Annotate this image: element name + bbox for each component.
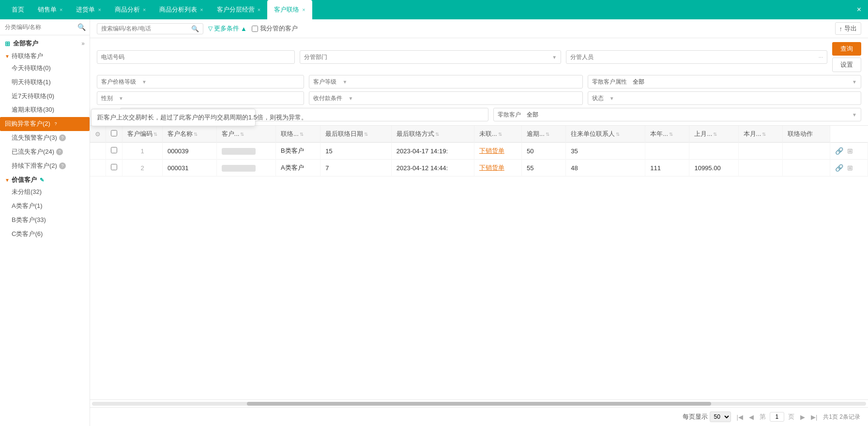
price-level-field[interactable]: 客户价格等级 ▼ <box>97 75 304 88</box>
overdue-sort-icon: ⇅ <box>546 132 549 137</box>
prev-page-button[interactable]: ◀ <box>747 413 756 421</box>
row-checkbox-cell[interactable] <box>106 160 122 176</box>
row-grid-icon[interactable]: ⊞ <box>847 164 853 172</box>
customer-table: ⚙ 客户编码⇅ 客户名称⇅ 客户...⇅ 联络...⇅ 最后联络日期⇅ 最后联络… <box>90 126 868 176</box>
my-customer-checkbox-area[interactable]: 我分管的客户 <box>252 24 298 33</box>
customer-level-field[interactable]: 客户等级 ▼ <box>309 75 582 88</box>
sidebar-search-icon[interactable]: 🔍 <box>77 23 86 31</box>
sidebar-item-declining[interactable]: 持续下滑客户(2) ? <box>0 159 90 173</box>
sidebar-item-lost[interactable]: 已流失客户(24) ? <box>0 145 90 159</box>
sidebar-item-anomaly[interactable]: 回购异常客户(2) ? <box>0 117 90 131</box>
retail-attr-field[interactable]: 零散客户属性 全部 ▼ <box>588 75 861 88</box>
row-last-method[interactable]: 下销货单 <box>474 143 521 160</box>
close-customer-layer-icon[interactable]: × <box>258 7 260 13</box>
anomaly-help-icon[interactable]: ? <box>52 121 59 128</box>
sidebar-item-today-pending[interactable]: 今天待联络(0) <box>0 61 90 75</box>
value-group-title[interactable]: ▼ 价值客户 ✎ <box>0 173 90 185</box>
query-button[interactable]: 查询 <box>832 42 861 56</box>
close-customer-contact-icon[interactable]: × <box>302 7 305 13</box>
first-page-button[interactable]: |◀ <box>735 413 745 421</box>
row-current-year <box>689 143 738 160</box>
last-page-button[interactable]: ▶| <box>809 413 819 421</box>
row-settings-cell <box>90 143 106 160</box>
row-current-year: 10995.00 <box>689 160 738 176</box>
nav-goods-list[interactable]: 商品分析列表 × <box>152 0 210 19</box>
row-grid-icon[interactable]: ⊞ <box>847 147 853 155</box>
row-checkbox[interactable] <box>111 147 117 153</box>
horizontal-scroll-area <box>90 399 868 407</box>
close-purchase-icon[interactable]: × <box>98 7 101 13</box>
close-sales-icon[interactable]: × <box>60 7 62 13</box>
pending-arrow-icon: ▼ <box>5 54 10 59</box>
sidebar-item-lost-pre[interactable]: 流失预警客户(3) ? <box>0 131 90 145</box>
retail-customer-field[interactable]: 零散客户 全部 ▼ <box>493 108 862 121</box>
nav-sales[interactable]: 销售单 × <box>31 0 69 19</box>
pending-group-title[interactable]: ▼ 待联络客户 <box>0 50 90 61</box>
sidebar-item-c-class[interactable]: C类客户(6) <box>0 227 90 241</box>
row-current-month <box>782 143 830 160</box>
sidebar-item-week-pending[interactable]: 近7天待联络(0) <box>0 89 90 103</box>
manager-field[interactable]: 分管人员 ··· <box>566 50 827 64</box>
all-customers-title[interactable]: ⊞ 全部客户 » <box>0 35 90 50</box>
manager-more-icon[interactable]: ··· <box>819 54 823 60</box>
page-number-input[interactable] <box>770 412 784 422</box>
filter-search-input[interactable] <box>101 25 191 32</box>
nav-purchase[interactable]: 进货单 × <box>69 0 107 19</box>
row-checkbox-cell[interactable] <box>106 143 122 160</box>
page-size-select: 每页显示 50 <box>683 411 731 422</box>
row-link-icon[interactable]: 🔗 <box>835 147 843 155</box>
sidebar-search-input[interactable] <box>5 24 77 30</box>
row-last-method[interactable]: 下销货单 <box>474 160 521 176</box>
gender-dropdown-icon: ▼ <box>119 96 123 101</box>
status-field[interactable]: 状态 ▼ <box>588 91 861 105</box>
payment-field[interactable]: 收付款条件 ▼ <box>309 91 582 105</box>
nav-customer-layer[interactable]: 客户分层经营 × <box>210 0 267 19</box>
sidebar-item-b-class[interactable]: B类客户(33) <box>0 213 90 227</box>
col-last-method: 最后联络方式⇅ <box>391 126 474 143</box>
filter-row-3: 性别 ▼ 收付款条件 ▼ 状态 ▼ <box>97 91 861 105</box>
current-year-sort-icon: ⇅ <box>669 132 673 137</box>
name-sort-icon: ⇅ <box>194 132 198 137</box>
more-conditions-button[interactable]: ▽ 更多条件 ▲ <box>208 24 247 33</box>
export-button[interactable]: ↑ 导出 <box>835 22 862 35</box>
row-checkbox[interactable] <box>111 164 117 170</box>
nav-customer-contact[interactable]: 客户联络 × <box>267 0 312 19</box>
row-contact-person <box>645 143 689 160</box>
nav-goods-analysis[interactable]: 商品分析 × <box>108 0 152 19</box>
sidebar-item-tomorrow-pending[interactable]: 明天待联络(1) <box>0 75 90 89</box>
sidebar-collapse-btn[interactable]: » <box>81 40 85 47</box>
filter-row-2: 客户价格等级 ▼ 客户等级 ▼ 零散客户属性 全部 ▼ <box>97 75 861 88</box>
horizontal-scrollbar-thumb[interactable] <box>247 402 711 406</box>
settings-button[interactable]: 设置 <box>832 58 861 72</box>
row-level: A类客户 <box>275 160 320 176</box>
row-link-icon[interactable]: 🔗 <box>835 164 843 172</box>
row-level: B类客户 <box>275 143 320 160</box>
current-month-sort-icon: ⇅ <box>762 132 766 137</box>
close-goods-list-icon[interactable]: × <box>200 7 203 13</box>
lost-help-icon[interactable]: ? <box>56 148 63 155</box>
next-page-button[interactable]: ▶ <box>798 413 807 421</box>
my-customer-checkbox[interactable] <box>252 26 258 32</box>
total-info: 共1页 2条记录 <box>823 413 860 421</box>
value-edit-icon[interactable]: ✎ <box>40 177 44 183</box>
department-field[interactable]: 分管部门 ▼ <box>300 50 561 64</box>
lost-pre-help-icon[interactable]: ? <box>59 134 66 141</box>
nav-home[interactable]: 首页 <box>5 0 31 19</box>
gender-field[interactable]: 性别 ▼ <box>97 91 304 105</box>
last-method-sort-icon: ⇅ <box>435 132 439 137</box>
row-settings-cell <box>90 160 106 176</box>
select-all-checkbox[interactable] <box>111 130 117 136</box>
retail-customer-dropdown-icon: ▼ <box>852 112 857 118</box>
sidebar-item-ungroup[interactable]: 未分组(32) <box>0 185 90 199</box>
close-goods-analysis-icon[interactable]: × <box>143 7 146 13</box>
col-settings[interactable]: ⚙ <box>90 126 106 143</box>
filter-search-icon[interactable]: 🔍 <box>191 25 199 32</box>
horizontal-scrollbar[interactable] <box>92 402 866 406</box>
phone-field[interactable]: 电话号码 <box>97 50 295 64</box>
sidebar-item-overdue-pending[interactable]: 逾期未联络(30) <box>0 103 90 117</box>
window-close-button[interactable]: × <box>857 5 861 14</box>
export-icon: ↑ <box>839 25 843 32</box>
declining-help-icon[interactable]: ? <box>59 162 66 169</box>
per-page-select[interactable]: 50 <box>710 411 731 422</box>
sidebar-item-a-class[interactable]: A类客户(1) <box>0 199 90 213</box>
